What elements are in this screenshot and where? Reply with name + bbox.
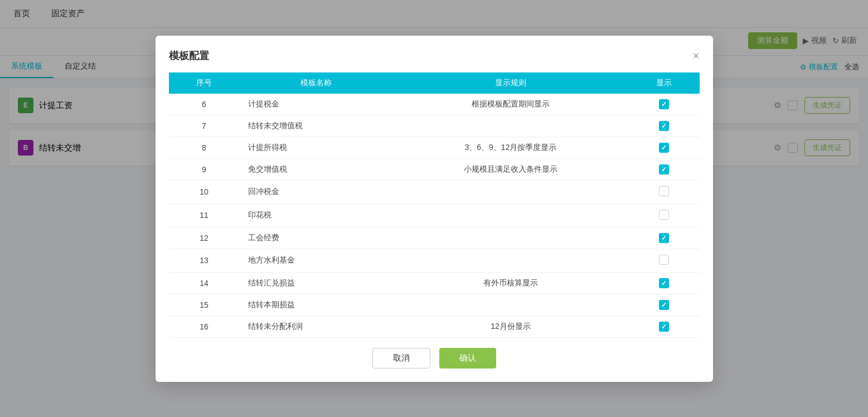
cell-rule: 有外币核算显示 (392, 272, 628, 294)
cell-checkbox[interactable] (629, 272, 700, 294)
cell-name: 计提税金 (239, 94, 392, 115)
cell-name: 工会经费 (239, 227, 392, 249)
checkbox-unchecked[interactable] (659, 255, 669, 265)
cell-rule (392, 180, 628, 203)
cell-rule (392, 294, 628, 316)
col-display: 显示 (629, 72, 700, 94)
cell-rule: 小规模且满足收入条件显示 (392, 158, 628, 180)
table-body: 6计提税金根据模板配置期间显示7结转未交增值税8计提所得税3、6、9、12月按季… (169, 94, 700, 338)
table-row: 11印花税 (169, 203, 700, 227)
cell-seq: 9 (169, 158, 240, 180)
checkbox-checked[interactable] (659, 99, 669, 109)
cell-seq: 7 (169, 115, 240, 137)
cell-checkbox[interactable] (629, 137, 700, 158)
table-row: 6计提税金根据模板配置期间显示 (169, 94, 700, 115)
cell-rule (392, 203, 628, 227)
cell-seq: 6 (169, 94, 240, 115)
modal-header: 模板配置 × (169, 49, 700, 62)
cell-checkbox[interactable] (629, 158, 700, 180)
checkbox-checked[interactable] (659, 121, 669, 131)
cell-checkbox[interactable] (629, 180, 700, 203)
checkbox-checked[interactable] (659, 322, 669, 332)
table-row: 7结转未交增值税 (169, 115, 700, 137)
cell-name: 结转未交增值税 (239, 115, 392, 137)
modal-template-config: 模板配置 × 序号 模板名称 显示规则 显示 6计提税金根据模板配置期间显示7结… (156, 36, 713, 382)
table-row: 9免交增值税小规模且满足收入条件显示 (169, 158, 700, 180)
col-rule: 显示规则 (392, 72, 628, 94)
cell-seq: 13 (169, 249, 240, 272)
cell-checkbox[interactable] (629, 294, 700, 316)
cell-name: 结转未分配利润 (239, 316, 392, 337)
cell-seq: 16 (169, 316, 240, 337)
cell-name: 地方水利基金 (239, 249, 392, 272)
cell-name: 结转汇兑损益 (239, 272, 392, 294)
checkbox-checked[interactable] (659, 233, 669, 243)
table-row: 10回冲税金 (169, 180, 700, 203)
cell-rule: 3、6、9、12月按季度显示 (392, 137, 628, 158)
cell-checkbox[interactable] (629, 115, 700, 137)
table-row: 14结转汇兑损益有外币核算显示 (169, 272, 700, 294)
cell-rule (392, 115, 628, 137)
col-name: 模板名称 (239, 72, 392, 94)
table-row: 13地方水利基金 (169, 249, 700, 272)
checkbox-checked[interactable] (659, 300, 669, 310)
cell-checkbox[interactable] (629, 203, 700, 227)
table-scroll[interactable]: 序号 模板名称 显示规则 显示 6计提税金根据模板配置期间显示7结转未交增值税8… (169, 72, 700, 338)
cell-checkbox[interactable] (629, 249, 700, 272)
col-seq: 序号 (169, 72, 240, 94)
cell-seq: 8 (169, 137, 240, 158)
modal-close-button[interactable]: × (693, 50, 700, 61)
cell-rule (392, 249, 628, 272)
cell-seq: 15 (169, 294, 240, 316)
cell-name: 免交增值税 (239, 158, 392, 180)
checkbox-unchecked[interactable] (659, 210, 669, 220)
checkbox-checked[interactable] (659, 278, 669, 288)
cell-name: 结转本期损益 (239, 294, 392, 316)
cell-name: 回冲税金 (239, 180, 392, 203)
cell-rule: 根据模板配置期间显示 (392, 94, 628, 115)
cell-checkbox[interactable] (629, 227, 700, 249)
cancel-button[interactable]: 取消 (372, 348, 430, 368)
checkbox-checked[interactable] (659, 164, 669, 174)
cell-seq: 14 (169, 272, 240, 294)
table-row: 16结转未分配利润12月份显示 (169, 316, 700, 337)
checkbox-checked[interactable] (659, 143, 669, 153)
checkbox-unchecked[interactable] (659, 186, 669, 196)
table-header: 序号 模板名称 显示规则 显示 (169, 72, 700, 94)
table-row: 12工会经费 (169, 227, 700, 249)
modal-title: 模板配置 (169, 49, 209, 62)
table-row: 8计提所得税3、6、9、12月按季度显示 (169, 137, 700, 158)
cell-rule (392, 227, 628, 249)
confirm-button[interactable]: 确认 (439, 348, 496, 368)
cell-checkbox[interactable] (629, 94, 700, 115)
cell-seq: 12 (169, 227, 240, 249)
table-row: 15结转本期损益 (169, 294, 700, 316)
cell-seq: 10 (169, 180, 240, 203)
cell-name: 印花税 (239, 203, 392, 227)
cell-name: 计提所得税 (239, 137, 392, 158)
modal-overlay: 模板配置 × 序号 模板名称 显示规则 显示 6计提税金根据模板配置期间显示7结… (0, 0, 868, 417)
cell-rule: 12月份显示 (392, 316, 628, 337)
modal-footer: 取消 确认 (169, 348, 700, 368)
modal-table: 序号 模板名称 显示规则 显示 6计提税金根据模板配置期间显示7结转未交增值税8… (169, 72, 700, 338)
cell-seq: 11 (169, 203, 240, 227)
cell-checkbox[interactable] (629, 316, 700, 337)
